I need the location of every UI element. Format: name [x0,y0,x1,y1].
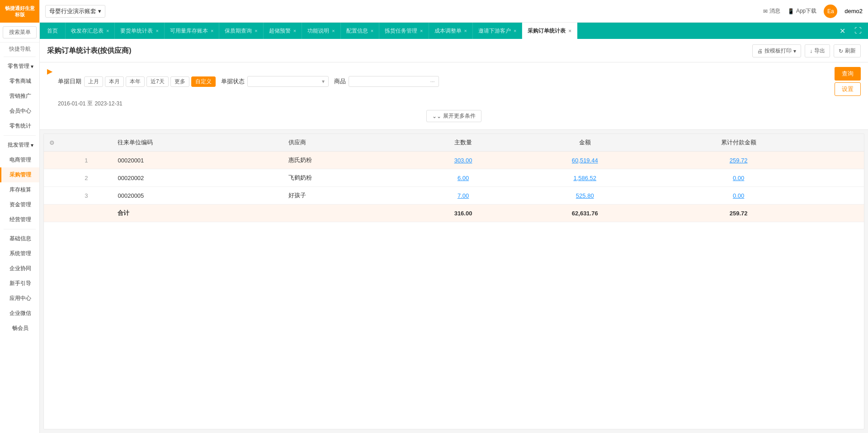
sidebar-item-ecommerce[interactable]: 电商管理 [0,152,39,167]
goods-input[interactable]: ··· [349,76,439,87]
workspace-dropdown[interactable]: 母婴行业演示账套 ▾ [45,5,105,18]
search-button[interactable]: 查询 [835,67,861,81]
page-title: 采购订单统计表(按供应商) [47,46,132,56]
tab-close-icon[interactable]: × [568,28,571,33]
sidebar-item-appstore[interactable]: 应用中心 [0,291,39,306]
sidebar-item-newbie[interactable]: 新手引导 [0,276,39,291]
row-amount: 1,586.52 [516,169,653,187]
row-index: 1 [60,152,112,169]
shortcut-last-month[interactable]: 上月 [84,76,103,87]
sidebar-item-operation[interactable]: 经营管理 [0,212,39,227]
table-row: 2 00020002 飞鹤奶粉 6.00 1,586.52 0.00 [44,169,864,187]
row-unit-code: 00020005 [112,187,283,205]
tab-close-icon[interactable]: × [156,28,158,33]
sidebar-item-enterprise[interactable]: 企业协同 [0,261,39,276]
tab-close-icon[interactable]: × [293,28,296,33]
message-icon: ✉ [763,8,768,14]
shortcut-7days[interactable]: 近7天 [146,76,169,87]
sidebar-item-retail-stats[interactable]: 零售统计 [0,119,39,133]
row-index: 2 [60,169,112,187]
th-amount: 金额 [516,134,653,152]
sidebar-item-system[interactable]: 系统管理 [0,246,39,261]
footer-qty: 316.00 [410,205,517,222]
tab-invite-downstream[interactable]: 邀请下游客户 × [473,23,522,39]
filter-expand-arrow[interactable]: ▶ [47,67,52,76]
tab-expand-button[interactable]: ⛶ [852,26,864,36]
tab-config-info[interactable]: 配置信息 × [341,23,379,39]
status-label: 单据状态 [221,77,245,86]
sidebar-item-zero-retail[interactable]: 零售管理 ▾ [0,59,39,74]
sidebar-nav-label[interactable]: 快捷导航 [0,43,39,55]
tab-function-desc[interactable]: 功能说明 × [302,23,340,39]
search-menu-button[interactable]: 搜索菜单 [3,26,37,38]
shortcut-this-month[interactable]: 本月 [105,76,124,87]
th-paid: 累计付款金额 [653,134,824,152]
tab-overstock-warning[interactable]: 超储预警 × [264,23,302,39]
tab-close-icon[interactable]: × [464,28,467,33]
sidebar-item-label: 采购管理 [9,171,31,178]
sidebar-item-basic[interactable]: 基础信息 [0,231,39,246]
row-amount: 525.80 [516,187,653,205]
export-button[interactable]: ↓ 导出 [805,44,830,57]
sidebar-item-vip[interactable]: 畅会员 [0,321,39,336]
sidebar-item-member[interactable]: 会员中心 [0,104,39,119]
tab-home[interactable]: 首页 [40,23,66,39]
tab-close-icon[interactable]: × [255,28,257,33]
footer-extra [824,205,864,222]
sidebar-item-inventory[interactable]: 库存核算 [0,182,39,197]
status-select[interactable]: ▾ [247,76,329,87]
main-content: 母婴行业演示账套 ▾ ✉ 消息 📱 App下载 Ea demo2 首页 收发存汇… [40,0,868,433]
tab-purchase-stats[interactable]: 采购订单统计表 × [522,23,577,39]
chevron-down-icon: ▾ [322,78,325,85]
expand-more-button[interactable]: ⌄⌄ 展开更多条件 [426,110,481,122]
row-paid: 0.00 [653,187,824,205]
tab-label: 功能说明 [307,27,329,35]
tab-cost-adjust[interactable]: 成本调整单 × [429,23,473,39]
export-icon: ↓ [810,48,812,54]
sidebar-item-wechat[interactable]: 企业微信 [0,306,39,321]
template-print-button[interactable]: 🖨 按模板打印 ▾ [752,44,801,57]
table-header-row: ⚙ 往来单位编码 供应商 主数量 金额 累计付款金额 [44,134,864,152]
shortcut-this-year[interactable]: 本年 [126,76,145,87]
app-download-button[interactable]: 📱 App下载 [788,7,816,15]
user-avatar[interactable]: Ea [824,5,837,18]
row-qty: 7.00 [410,187,517,205]
shortcut-custom[interactable]: 自定义 [191,76,216,87]
chevron-down-icon: ▾ [98,8,101,14]
table-container: ⚙ 往来单位编码 供应商 主数量 金额 累计付款金额 1 00020001 惠氏… [43,133,864,429]
chevron-down-icon: ▾ [31,63,33,70]
tab-demand-stats[interactable]: 要货单统计表 × [115,23,164,39]
tab-expiry-query[interactable]: 保质期查询 × [219,23,263,39]
sidebar-item-label: 零售统计 [9,123,31,129]
settings-button[interactable]: 设置 [835,82,861,96]
message-button[interactable]: ✉ 消息 [763,7,780,15]
tab-close-icon[interactable]: × [514,28,516,33]
table-footer-row: 合计 316.00 62,631.76 259.72 [44,205,864,222]
tab-close-icon[interactable]: × [420,28,423,33]
tab-pick-task[interactable]: 拣货任务管理 × [379,23,429,39]
tab-close-icon[interactable]: × [332,28,335,33]
sidebar-item-zero-mall[interactable]: 零售商城 [0,74,39,89]
th-settings[interactable]: ⚙ [44,134,60,152]
sidebar-item-finance[interactable]: 资金管理 [0,197,39,212]
filter-area: ▶ 单据日期 上月 本月 本年 近7天 更多 [40,62,868,130]
sidebar-item-label: 系统管理 [9,250,31,257]
tab-available-stock[interactable]: 可用量库存账本 × [165,23,219,39]
row-supplier: 飞鹤奶粉 [283,169,410,187]
tab-close-all-button[interactable]: ✕ [837,26,848,36]
row-unit-code: 00020002 [112,169,283,187]
date-separator: 至 [87,100,93,107]
refresh-button[interactable]: ↻ 刷新 [834,44,861,57]
sidebar-item-purchase[interactable]: 采购管理 [0,167,39,182]
sidebar-item-marketing[interactable]: 营销推广 [0,89,39,104]
tab-close-icon[interactable]: × [371,28,373,33]
sidebar-item-wholesale[interactable]: 批发管理 ▾ [0,138,39,152]
date-to: 2023-12-31 [94,100,122,107]
ellipsis-icon: ··· [430,78,435,85]
tab-close-icon[interactable]: × [106,28,109,33]
username[interactable]: demo2 [844,8,863,14]
shortcut-more[interactable]: 更多 [170,76,189,87]
tab-close-icon[interactable]: × [211,28,213,33]
tab-receive-summary[interactable]: 收发存汇总表 × [66,23,115,39]
sidebar-item-label: 新手引导 [9,280,31,286]
